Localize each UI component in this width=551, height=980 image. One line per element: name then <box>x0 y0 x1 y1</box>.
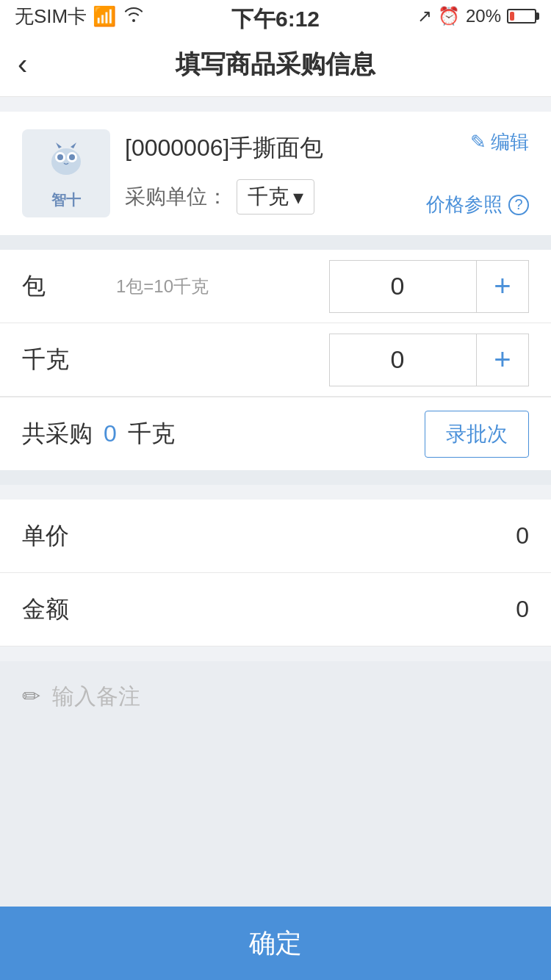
divider-2 <box>0 470 551 485</box>
unit-select[interactable]: 千克 ▾ <box>237 179 314 215</box>
notes-section[interactable]: ✏ 输入备注 <box>0 661 551 926</box>
info-icon: ? <box>508 195 529 215</box>
price-section: 单价 0 金额 0 <box>0 500 551 646</box>
svg-point-0 <box>51 148 81 175</box>
product-name: [0000006]手撕面包 <box>125 132 529 165</box>
kg-input[interactable] <box>329 334 476 386</box>
battery-icon <box>507 9 536 24</box>
divider-1 <box>0 235 551 250</box>
svg-point-3 <box>57 154 63 160</box>
edit-icon: ✎ <box>470 131 486 154</box>
product-image: 智十 <box>22 129 110 217</box>
page-title: 填写商品采购信息 <box>176 48 375 82</box>
back-button[interactable]: ‹ <box>18 48 27 81</box>
pack-plus-button[interactable]: + <box>476 260 529 313</box>
kg-label: 千克 <box>22 344 110 376</box>
dropdown-icon: ▾ <box>293 185 303 209</box>
pack-row: 包 1包=10千克 + <box>0 250 551 323</box>
carrier-text: 无SIM卡 <box>15 4 87 29</box>
pack-label: 包 <box>22 270 110 303</box>
amount-label: 金额 <box>22 594 69 626</box>
notes-placeholder: 输入备注 <box>52 682 140 712</box>
price-ref-button[interactable]: 价格参照 ? <box>426 192 529 217</box>
status-time: 下午6:12 <box>231 4 320 35</box>
pack-input[interactable] <box>329 260 476 313</box>
unit-price-value: 0 <box>516 522 529 550</box>
location-icon: ↗ <box>417 6 432 26</box>
status-bar: 无SIM卡 📶 下午6:12 ↗ ⏰ 20% <box>0 0 551 32</box>
kg-input-wrap: + <box>329 334 529 386</box>
nav-bar: ‹ 填写商品采购信息 <box>0 32 551 97</box>
product-logo <box>44 137 88 187</box>
svg-point-4 <box>69 154 75 160</box>
edit-button[interactable]: ✎ 编辑 <box>470 129 529 155</box>
summary-row: 共采购 0 千克 录批次 <box>0 397 551 470</box>
kg-row: 千克 + <box>0 323 551 397</box>
alarm-icon: ⏰ <box>438 6 460 26</box>
summary-text: 共采购 0 千克 <box>22 418 175 450</box>
wifi-icon <box>122 5 145 28</box>
kg-plus-button[interactable]: + <box>476 334 529 386</box>
unit-price-row: 单价 0 <box>0 500 551 573</box>
sim-icon: 📶 <box>93 5 116 28</box>
form-section: 包 1包=10千克 + 千克 + 共采购 0 千克 录批次 <box>0 250 551 470</box>
status-right: ↗ ⏰ 20% <box>417 6 536 26</box>
amount-row: 金额 0 <box>0 573 551 646</box>
unit-label: 采购单位： <box>125 183 228 211</box>
confirm-button[interactable]: 确定 <box>0 907 551 980</box>
pack-input-wrap: + <box>329 260 529 313</box>
batch-button[interactable]: 录批次 <box>425 411 529 458</box>
pencil-icon: ✏ <box>22 683 40 709</box>
product-logo-text: 智十 <box>51 190 81 210</box>
unit-price-label: 单价 <box>22 520 69 552</box>
battery-pct: 20% <box>466 6 501 26</box>
status-left: 无SIM卡 📶 <box>15 4 145 29</box>
amount-value: 0 <box>516 596 529 623</box>
product-card: 智十 [0000006]手撕面包 采购单位： 千克 ▾ ✎ 编辑 价格参照 ? <box>0 112 551 235</box>
pack-sub-label: 1包=10千克 <box>116 275 209 298</box>
